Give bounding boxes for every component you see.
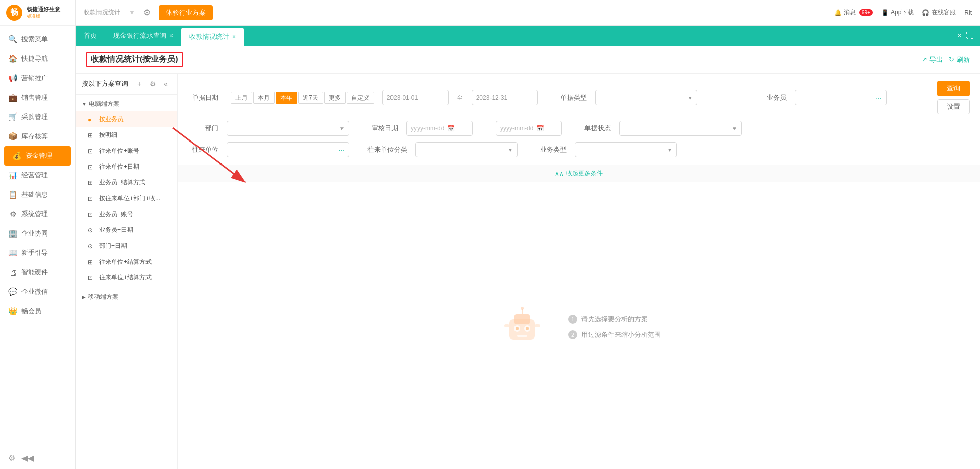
scheme-group-desktop-title[interactable]: ▼ 电脑端方案 (76, 97, 177, 111)
scheme-item-unit-settle1[interactable]: ⊞ 往来单位+结算方式 (76, 254, 177, 270)
form-row-3: 往来单位 ··· 往来单位分类 ▼ 业务类型 ▼ (188, 142, 970, 157)
date-btn-this-month[interactable]: 本月 (253, 92, 275, 104)
doc-type-label: 单据类型 (556, 93, 587, 102)
scheme-item-label: 按业务员 (99, 115, 124, 124)
review-date-sep: — (481, 125, 487, 132)
sidebar-item-smart-hw[interactable]: 🖨 智能硬件 (0, 263, 75, 282)
date-btn-this-year[interactable]: 本年 (276, 92, 297, 104)
sidebar-item-label: 资金管理 (26, 151, 52, 160)
search-icon: 🔍 (8, 35, 17, 44)
export-btn[interactable]: ↗ 导出 (922, 55, 943, 64)
sidebar-item-wechat[interactable]: 💬 企业微信 (0, 282, 75, 301)
sidebar-item-sales[interactable]: 💼 销售管理 (0, 88, 75, 107)
doc-type-select[interactable]: ▼ (595, 90, 697, 105)
scheme-setting-btn[interactable]: ⚙ (148, 79, 158, 89)
header-dropdown-arrow[interactable]: ▼ (129, 9, 135, 16)
sidebar-item-system[interactable]: ⚙ 系统管理 (0, 204, 75, 224)
refresh-btn[interactable]: ↻ 刷新 (949, 55, 970, 64)
scheme-item-unit-settle2[interactable]: ⊡ 往来单位+结算方式 (76, 270, 177, 286)
scheme-add-btn[interactable]: + (134, 79, 144, 89)
collapse-sidebar-btn[interactable]: ◀◀ (21, 453, 34, 463)
scheme-item-dept-date[interactable]: ⊙ 部门+日期 (76, 238, 177, 254)
scheme-item-icon: ⊙ (88, 243, 96, 250)
scheme-item-label: 往来单位+结算方式 (99, 273, 152, 282)
crown-icon: 👑 (8, 307, 17, 316)
sidebar-item-member[interactable]: 👑 畅会员 (0, 301, 75, 321)
empty-state: 1 请先选择要分析的方案 2 用过滤条件来缩小分析范围 (178, 182, 980, 469)
scheme-group-mobile-title[interactable]: ▶ 移动端方案 (76, 290, 177, 304)
tab-bank-flow-close[interactable]: × (169, 32, 173, 39)
briefcase-icon: 💼 (8, 93, 17, 102)
logo-title: 畅捷通好生意 (27, 6, 60, 13)
settings-bottom-btn[interactable]: ⚙ (8, 453, 15, 463)
tab-receipt-stats[interactable]: 收款情况统计 × (181, 28, 244, 46)
partner-more-icon[interactable]: ··· (338, 146, 345, 154)
phone-icon: 📱 (881, 9, 889, 16)
collapse-bar[interactable]: ∧∧ 收起更多条件 (178, 165, 980, 182)
tab-maximize-btn[interactable]: ⛶ (966, 31, 974, 40)
date-to-input[interactable]: 2023-12-31 (472, 90, 538, 105)
sidebar-item-inventory[interactable]: 📦 库存核算 (0, 127, 75, 146)
query-btn[interactable]: 查询 (937, 81, 970, 96)
date-btn-more[interactable]: 更多 (324, 92, 346, 104)
partner-label: 往来单位 (188, 145, 218, 154)
tab-bank-flow[interactable]: 现金银行流水查询 × (105, 26, 181, 46)
salesman-more-icon[interactable]: ··· (876, 93, 882, 102)
sidebar-item-basic-info[interactable]: 📋 基础信息 (0, 185, 75, 204)
online-service-btn[interactable]: 🎧 在线客服 (922, 8, 956, 17)
app-download-btn[interactable]: 📱 App下载 (881, 8, 914, 17)
title-actions: ↗ 导出 ↻ 刷新 (922, 55, 970, 64)
dept-label: 部门 (188, 124, 218, 133)
sidebar-item-search[interactable]: 🔍 搜索菜单 (0, 30, 75, 49)
sidebar-item-guide[interactable]: 📖 新手引导 (0, 243, 75, 263)
date-from-input[interactable]: 2023-01-01 (382, 90, 449, 105)
setting-btn[interactable]: 设置 (937, 99, 970, 114)
sidebar-item-marketing[interactable]: 📢 营销推广 (0, 68, 75, 88)
tab-home[interactable]: 首页 (76, 26, 105, 46)
sidebar-item-purchase[interactable]: 🛒 采购管理 (0, 107, 75, 127)
date-btn-last-month[interactable]: 上月 (231, 92, 252, 104)
biz-type-select[interactable]: ▼ (575, 142, 677, 157)
notifications-btn[interactable]: 🔔 消息 99+ (834, 8, 873, 17)
tip-text-1: 请先选择要分析的方案 (581, 315, 648, 324)
partner-category-select[interactable]: ▼ (415, 142, 518, 157)
tab-receipt-stats-close[interactable]: × (232, 33, 236, 40)
user-name: Rit (964, 9, 972, 16)
scheme-collapse-btn[interactable]: « (161, 79, 171, 89)
sidebar-item-quick-nav[interactable]: 🏠 快捷导航 (0, 49, 75, 68)
tab-close-all-btn[interactable]: × (957, 31, 962, 40)
bell-icon: 🔔 (834, 9, 842, 16)
review-date-from-placeholder: yyyy-mm-dd (411, 125, 444, 132)
doc-status-select[interactable]: ▼ (619, 121, 742, 136)
scheme-item-salesman-date[interactable]: ⊙ 业务员+日期 (76, 222, 177, 238)
date-label: 单据日期 (188, 93, 218, 102)
partner-select[interactable]: ··· (227, 142, 349, 157)
review-date-from-input[interactable]: yyyy-mm-dd 📅 (406, 121, 473, 136)
scheme-item-unit-account[interactable]: ⊡ 往来单位+账号 (76, 143, 177, 159)
sidebar-item-label: 企业微信 (21, 287, 48, 296)
trial-button[interactable]: 体验行业方案 (159, 5, 213, 20)
sidebar-item-enterprise[interactable]: 🏢 企业协同 (0, 224, 75, 243)
scheme-item-salesman-account[interactable]: ⊡ 业务员+账号 (76, 206, 177, 222)
sidebar-item-finance[interactable]: 💰 资金管理 (4, 146, 71, 166)
collapse-icon: ∧∧ (555, 170, 564, 177)
dept-select[interactable]: ▼ (227, 121, 349, 136)
review-date-to-input[interactable]: yyyy-mm-dd 📅 (496, 121, 562, 136)
header-gear-icon[interactable]: ⚙ (143, 8, 151, 17)
scheme-item-by-detail[interactable]: ⊞ 按明细 (76, 127, 177, 143)
sidebar-item-operations[interactable]: 📊 经营管理 (0, 166, 75, 185)
megaphone-icon: 📢 (8, 74, 17, 83)
scheme-item-unit-dept-receipt[interactable]: ⊡ 按往来单位+部门+收... (76, 191, 177, 206)
scheme-item-unit-date[interactable]: ⊡ 往来单位+日期 (76, 159, 177, 175)
scheme-item-salesman-settle[interactable]: ⊞ 业务员+结算方式 (76, 175, 177, 191)
date-btn-7days[interactable]: 近7天 (298, 92, 323, 104)
date-to-value: 2023-12-31 (476, 94, 507, 101)
salesman-label: 业务员 (756, 93, 787, 102)
scheme-item-active-icon: ● (88, 116, 96, 123)
sidebar-item-label: 快捷导航 (21, 54, 48, 63)
scheme-item-by-salesman[interactable]: ● 按业务员 (76, 111, 177, 127)
date-btn-custom[interactable]: 自定义 (347, 92, 374, 104)
user-avatar[interactable]: Rit (964, 9, 972, 16)
building-icon: 🏢 (8, 229, 17, 238)
salesman-select[interactable]: ··· (795, 90, 887, 105)
